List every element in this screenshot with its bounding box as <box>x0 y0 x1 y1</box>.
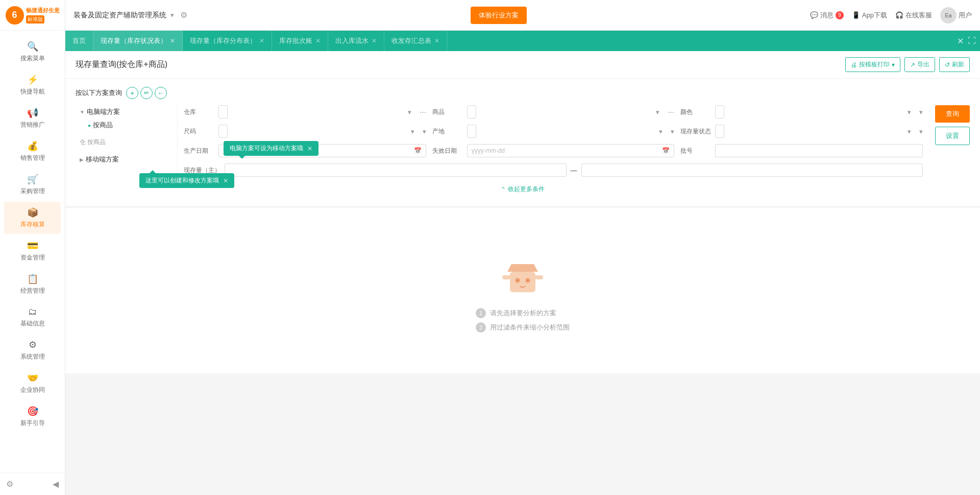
tooltip-scheme-close[interactable]: ✕ <box>307 145 312 152</box>
sidebar-item-enterprise[interactable]: 🤝 企业协同 <box>4 367 61 399</box>
sidebar-item-purchase[interactable]: 🛒 采购管理 <box>4 169 61 201</box>
search-button[interactable]: 查询 <box>935 105 970 123</box>
export-icon: ↗ <box>910 61 915 68</box>
message-item[interactable]: 💬 消息 9 <box>810 11 844 20</box>
sidebar-item-sales[interactable]: 💰 销售管理 <box>4 135 61 168</box>
tooltip-edit-close[interactable]: ✕ <box>223 177 228 184</box>
goods-more-icon[interactable]: ⋯ <box>668 108 674 116</box>
batch-input[interactable] <box>715 144 923 157</box>
sidebar-item-quick-nav[interactable]: ⚡ 快捷导航 <box>4 69 61 101</box>
add-scheme-button[interactable]: + <box>126 87 138 99</box>
scheme-mobile[interactable]: ▶ 移动端方案 <box>76 153 171 166</box>
warehouse-select-wrap <box>218 105 415 119</box>
system-name: 装备及固定资产辅助管理系统 <box>74 11 166 20</box>
tab-stock-status[interactable]: 现存量（库存状况表） ✕ <box>93 31 183 51</box>
sales-icon: 💰 <box>27 140 38 152</box>
expiry-date-input[interactable]: yyyy-mm-dd 📅 <box>467 144 675 157</box>
tab-collect-dist[interactable]: 收发存汇总表 ✕ <box>384 31 447 51</box>
topbar-right: 💬 消息 9 📱 App下载 🎧 在线客服 Ea 用户 <box>810 7 972 23</box>
filter-size: 尺码 ▾ <box>184 125 426 138</box>
filter-warehouse: 仓库 ⋯ <box>184 105 426 119</box>
settings-button[interactable]: ⚙ <box>6 479 13 489</box>
sidebar-nav: 🔍 搜索菜单 ⚡ 快捷导航 📢 营销推广 💰 销售管理 🛒 采购管理 📦 库存核… <box>0 31 65 473</box>
filter-row-1: 仓库 ⋯ 商品 ⋯ 颜色 <box>184 105 923 119</box>
stock-main-min-input[interactable] <box>225 163 567 177</box>
scheme-active-icon: ● <box>88 123 91 128</box>
stock-status-select[interactable] <box>715 125 724 138</box>
close-all-tabs-button[interactable]: ✕ <box>957 36 964 46</box>
tab-close-stock-batch[interactable]: ✕ <box>315 37 321 44</box>
stock-status-arrow-icon[interactable]: ▾ <box>919 128 923 135</box>
sidebar-item-basic[interactable]: 🗂 基础信息 <box>4 301 61 333</box>
tab-close-stock-status[interactable]: ✕ <box>170 37 175 44</box>
filter-scheme-actions: + ✏ ← <box>126 87 167 99</box>
sidebar-item-marketing[interactable]: 📢 营销推广 <box>4 102 61 134</box>
marketing-icon: 📢 <box>27 107 38 119</box>
color-select[interactable] <box>715 105 724 119</box>
sidebar-bottom: ⚙ ◀ <box>0 473 65 495</box>
tab-in-out[interactable]: 出入库流水 ✕ <box>328 31 384 51</box>
refresh-button[interactable]: ↺ 刷新 <box>939 57 970 72</box>
filter-origin: 产地 ▾ <box>432 125 675 138</box>
tooltip-edit: 这里可以创建和修改方案哦 ✕ <box>139 173 234 188</box>
sidebar: 6 畅捷通好生意 标准版 🔍 搜索菜单 ⚡ 快捷导航 📢 营销推广 💰 销售管理… <box>0 0 65 495</box>
sidebar-item-inventory[interactable]: 📦 库存核算 <box>4 202 61 234</box>
results-area: 1 请先选择要分析的方案 2 用过滤条件来缩小分析范围 <box>65 208 980 373</box>
trial-button[interactable]: 体验行业方案 <box>471 7 527 24</box>
scheme-desktop-item-goods[interactable]: ● 按商品 <box>76 119 171 132</box>
sidebar-item-guide[interactable]: 🎯 新手引导 <box>4 400 61 433</box>
scheme-desktop[interactable]: ▼ 电脑端方案 <box>76 105 171 119</box>
filter-batch: 批号 <box>680 144 923 157</box>
phone-icon: 📱 <box>852 11 860 19</box>
origin-select[interactable] <box>467 125 476 138</box>
filter-expiry-date: 失效日期 yyyy-mm-dd 📅 <box>432 144 675 157</box>
size-arrow-icon[interactable]: ▾ <box>423 128 426 135</box>
setup-button[interactable]: 设置 <box>935 127 970 145</box>
filter-top: 按以下方案查询 + ✏ ← <box>76 87 970 99</box>
user-item[interactable]: Ea 用户 <box>940 7 972 23</box>
warehouse-more-icon[interactable]: ⋯ <box>420 108 426 116</box>
export-button[interactable]: ↗ 导出 <box>904 57 935 72</box>
header-actions: 🖨 按模板打印 ▾ ↗ 导出 ↺ 刷新 <box>845 57 970 72</box>
filter-body: ▼ 电脑端方案 ● 按商品 仓 按商品 ▶ 移动端方案 <box>76 105 970 181</box>
quick-nav-icon: ⚡ <box>27 74 38 85</box>
expand-button[interactable]: ⛶ <box>968 36 976 45</box>
tab-stock-dist[interactable]: 现存量（库存分布表） ✕ <box>183 31 272 51</box>
sidebar-item-search[interactable]: 🔍 搜索菜单 <box>4 36 61 68</box>
system-select-arrow: ▾ <box>170 11 174 19</box>
main-content: 现存量查询(按仓库+商品) 🖨 按模板打印 ▾ ↗ 导出 ↺ 刷新 按以下方案查… <box>65 51 980 495</box>
online-support-item[interactable]: 🎧 在线客服 <box>895 11 932 20</box>
tab-close-collect-dist[interactable]: ✕ <box>434 37 439 44</box>
color-arrow-icon[interactable]: ▾ <box>919 108 923 116</box>
desktop-arrow-icon: ▼ <box>80 109 85 115</box>
size-select[interactable] <box>218 125 228 138</box>
search-button-col: 查询 设置 <box>929 105 970 181</box>
collapse-sidebar-button[interactable]: ◀ <box>53 479 59 489</box>
warehouse-select[interactable] <box>218 105 228 119</box>
sidebar-item-operations[interactable]: 📋 经营管理 <box>4 268 61 300</box>
stock-main-max-input[interactable] <box>581 163 923 177</box>
edit-circle-icon: ✏ <box>144 89 149 97</box>
tab-close-in-out[interactable]: ✕ <box>372 37 377 44</box>
finance-icon: 💳 <box>27 240 38 251</box>
collapse-button[interactable]: ⌃ 收起更多条件 <box>501 185 545 194</box>
app-download-item[interactable]: 📱 App下载 <box>852 11 887 20</box>
message-icon: 💬 <box>810 11 818 19</box>
empty-hints: 1 请先选择要分析的方案 2 用过滤条件来缩小分析范围 <box>476 308 570 333</box>
topbar-left: 装备及固定资产辅助管理系统 ▾ ⚙ <box>74 10 187 20</box>
edit-scheme-button[interactable]: ✏ <box>140 87 153 99</box>
tab-close-stock-dist[interactable]: ✕ <box>259 37 264 44</box>
print-arrow-icon: ▾ <box>892 61 895 68</box>
settings-gear-icon[interactable]: ⚙ <box>180 10 187 20</box>
search-icon: 🔍 <box>27 41 38 52</box>
purchase-icon: 🛒 <box>27 174 38 185</box>
refresh-icon: ↺ <box>945 61 950 68</box>
sidebar-item-finance[interactable]: 💳 资金管理 <box>4 235 61 267</box>
tab-stock-batch[interactable]: 库存批次账 ✕ <box>272 31 328 51</box>
goods-select[interactable] <box>467 105 476 119</box>
arrow-scheme-button[interactable]: ← <box>155 87 167 99</box>
sidebar-item-system[interactable]: ⚙ 系统管理 <box>4 334 61 366</box>
origin-arrow-icon[interactable]: ▾ <box>671 128 674 135</box>
tab-home[interactable]: 首页 <box>65 31 93 51</box>
template-print-button[interactable]: 🖨 按模板打印 ▾ <box>845 57 900 72</box>
